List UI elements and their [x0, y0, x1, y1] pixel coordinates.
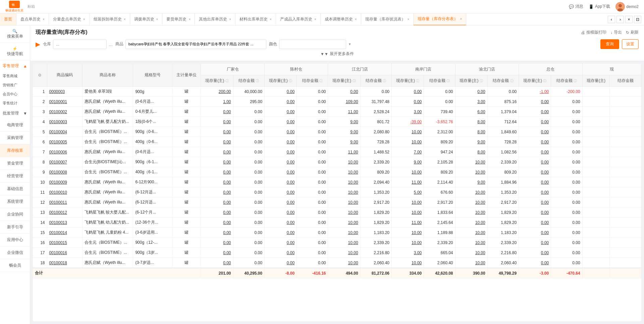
sidebar-item-nav[interactable]: ⚡ 快捷导航 [0, 43, 30, 60]
tab-3[interactable]: 组装拆卸单历史 × [90, 13, 130, 26]
w1q-cell[interactable]: 0.00 [201, 187, 233, 197]
info-icon-2[interactable]: ⓘ [256, 79, 259, 83]
w2q-cell[interactable]: 0.00 [264, 147, 297, 157]
sidebar-item-ops[interactable]: 经营管理 [0, 170, 30, 183]
w1q-cell[interactable]: 0.00 [201, 157, 233, 167]
w3q-cell[interactable]: 10.00 [328, 177, 360, 187]
code-cell[interactable]: 00100009 [47, 177, 82, 187]
sidebar-item-member[interactable]: 会员中心 [0, 90, 30, 99]
color-dropdown-icon[interactable]: ▼ [348, 42, 352, 46]
info-icon-12[interactable]: ⓘ [574, 79, 577, 83]
w6q-cell[interactable]: 0.00 [519, 207, 551, 218]
sidebar-item-corp[interactable]: 企业协同 [0, 208, 30, 221]
w3q-cell[interactable]: 10.00 [328, 187, 360, 197]
w1q-cell[interactable]: 0.00 [201, 107, 233, 117]
sidebar-item-ecom[interactable]: 电商管理 [0, 119, 30, 132]
code-cell[interactable]: 00100018 [47, 258, 82, 268]
th-gear[interactable]: ⚙ [33, 64, 47, 87]
sidebar-item-retail[interactable]: 零售管理 ▲ [0, 60, 30, 72]
w4q-cell[interactable]: 7.00 [392, 147, 424, 157]
code-cell[interactable]: 00100010 [47, 187, 82, 197]
w6q-cell[interactable]: 0.00 [519, 137, 551, 147]
w2q-cell[interactable]: 0.00 [264, 218, 297, 228]
w3q-cell[interactable]: 11.00 [328, 147, 360, 157]
w3q-cell[interactable]: 10.00 [328, 248, 360, 258]
settings-button[interactable]: 设置 [622, 39, 639, 49]
w3q-cell[interactable]: 10.00 [328, 258, 360, 268]
w3q-cell[interactable]: 0.00 [328, 87, 360, 97]
tabs-close-btn[interactable]: × [625, 16, 633, 23]
w4q-cell[interactable]: 9.00 [392, 157, 424, 167]
tab-3-close[interactable]: × [124, 17, 126, 21]
w4q-cell[interactable]: -39.00 [392, 117, 424, 127]
sidebar-item-inventory[interactable]: 库存核算 [0, 144, 30, 157]
sidebar-item-purchase[interactable]: 采购管理 [0, 132, 30, 144]
warehouse-input[interactable] [53, 40, 107, 49]
tab-home[interactable]: 首页 [0, 13, 16, 26]
w3q-cell[interactable]: 10.00 [328, 207, 360, 218]
sidebar-item-guide[interactable]: 新手引导 [0, 221, 30, 234]
tab-7-close[interactable]: × [270, 17, 272, 21]
w2q-cell[interactable]: 0.00 [264, 137, 297, 147]
w5q-cell[interactable]: 10.00 [455, 258, 487, 268]
sidebar-item-system[interactable]: 系统管理 [0, 195, 30, 208]
code-cell[interactable]: 00100003 [47, 117, 82, 127]
w4q-cell[interactable]: 3.00 [392, 248, 424, 258]
w5q-cell[interactable]: 8.00 [455, 117, 487, 127]
code-cell[interactable]: 00100001 [47, 97, 82, 107]
w3q-cell[interactable]: 10.00 [328, 157, 360, 167]
w4q-cell[interactable]: 10.00 [392, 258, 424, 268]
sidebar-item-marketing[interactable]: 营销推广 [0, 81, 30, 90]
w2q-cell[interactable]: 0.00 [264, 127, 297, 137]
w1q-cell[interactable]: 0.00 [201, 177, 233, 187]
w3q-cell[interactable]: 10.00 [328, 238, 360, 248]
w6q-cell[interactable]: 0.00 [519, 238, 551, 248]
w6q-cell[interactable]: 0.00 [519, 157, 551, 167]
info-icon-10[interactable]: ⓘ [510, 79, 514, 83]
sidebar-item-appstore[interactable]: 应用中心 [0, 234, 30, 246]
w6q-cell[interactable]: 0.00 [519, 218, 551, 228]
w5q-cell[interactable]: 9.00 [455, 137, 487, 147]
code-cell[interactable]: 0000003 [47, 87, 82, 97]
sidebar-item-finance[interactable]: 资金管理 [0, 157, 30, 170]
w5q-cell[interactable]: 10.00 [455, 207, 487, 218]
w6q-cell[interactable]: 0.00 [519, 177, 551, 187]
w4q-cell[interactable]: 0.00 [392, 97, 424, 107]
w1q-cell[interactable]: 0.00 [201, 117, 233, 127]
w3q-cell[interactable]: 10.00 [328, 167, 360, 177]
code-cell[interactable]: 00100014 [47, 228, 82, 238]
sidebar-item-basic[interactable]: 基础信息 [0, 183, 30, 195]
export-button[interactable]: ↓ 导出 [610, 30, 622, 35]
w1q-cell[interactable]: 1.00 [201, 97, 233, 107]
w3q-cell[interactable]: 10.00 [328, 197, 360, 207]
code-cell[interactable]: 00100013 [47, 218, 82, 228]
w5q-cell[interactable]: 10.00 [455, 197, 487, 207]
w4q-cell[interactable]: 5.00 [392, 187, 424, 197]
w1q-cell[interactable]: 0.00 [201, 238, 233, 248]
w6q-cell[interactable]: 0.00 [519, 97, 551, 107]
sidebar-item-vip[interactable]: 畅会员 [0, 259, 30, 272]
tab-1[interactable]: 盘点单历史 × [16, 13, 49, 26]
info-icon-3[interactable]: ⓘ [289, 79, 292, 83]
w5q-cell[interactable]: 10.00 [455, 187, 487, 197]
tab-7[interactable]: 材料出库单历史 × [235, 13, 276, 26]
sidebar-item-wholesale[interactable]: 批发管理 ▼ [0, 108, 30, 119]
info-icon-5[interactable]: ⓘ [353, 79, 356, 83]
w2q-cell[interactable]: 0.00 [264, 187, 297, 197]
tab-6-close[interactable]: × [229, 17, 231, 21]
info-icon-7[interactable]: ⓘ [416, 79, 419, 83]
w3q-cell[interactable]: 9.00 [328, 127, 360, 137]
w4q-cell[interactable]: 11.00 [392, 177, 424, 187]
tab-10[interactable]: 现存量（库存状况表） × [361, 13, 414, 26]
sidebar-item-retail-shop[interactable]: 零售商城 [0, 72, 30, 81]
sidebar-item-search[interactable]: 🔍 搜索英单 [0, 26, 30, 43]
w5q-cell[interactable]: 10.00 [455, 238, 487, 248]
w4q-cell[interactable]: 10.00 [392, 197, 424, 207]
app-download-btn[interactable]: 📱 App下载 [589, 4, 610, 9]
w6q-cell[interactable]: 0.00 [519, 147, 551, 157]
settings-gear-icon[interactable]: ⚙ [38, 73, 42, 78]
w2q-cell[interactable]: 0.00 [264, 228, 297, 238]
w4q-cell[interactable]: 10.00 [392, 137, 424, 147]
info-icon-1[interactable]: ⓘ [225, 79, 229, 83]
tabs-next-btn[interactable]: › [616, 16, 624, 23]
